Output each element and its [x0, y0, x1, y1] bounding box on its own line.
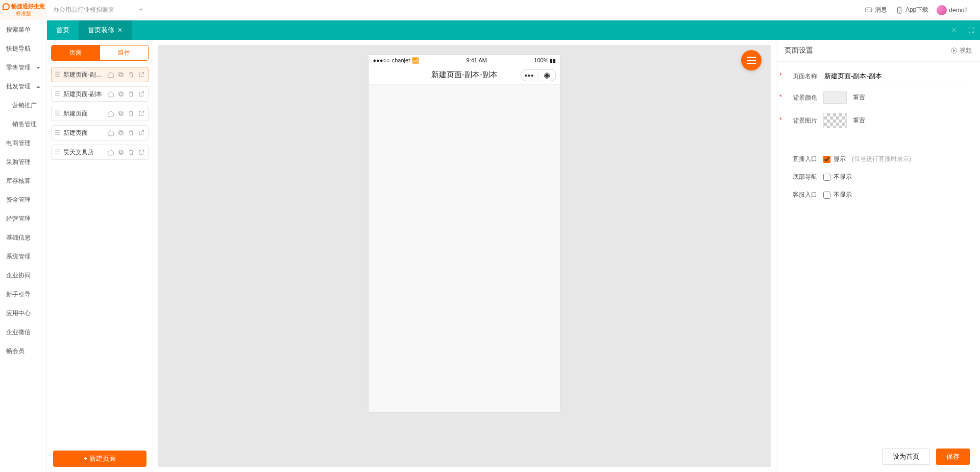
top-bar: 畅捷通好生意 标准版 办公用品行业模拟账套 消息 App下载 demo2 — [0, 0, 980, 20]
nav-item[interactable]: 库存核算 — [0, 172, 46, 191]
nav-item[interactable]: 零售管理 — [0, 58, 46, 77]
external-icon[interactable] — [138, 71, 145, 78]
hamburger-icon — [747, 60, 756, 61]
delete-icon[interactable] — [128, 110, 135, 117]
drag-icon[interactable]: ☰ — [55, 71, 60, 78]
fullscreen-button[interactable] — [963, 20, 980, 40]
nav-item[interactable]: 快捷导航 — [0, 39, 46, 58]
copy-icon[interactable] — [117, 90, 125, 98]
page-row[interactable]: ☰新建页面 — [51, 106, 149, 121]
bottomnav-checkbox[interactable]: 不显示 — [823, 173, 852, 181]
nav-item[interactable]: 批发管理 — [0, 77, 46, 96]
bgimg-reset[interactable]: 重置 — [853, 116, 865, 125]
cs-checkbox[interactable]: 不显示 — [823, 191, 852, 199]
lbl-cs: 客服入口 — [785, 191, 817, 199]
page-name-input[interactable] — [823, 70, 972, 82]
battery-block: 100% ▮▮ — [534, 57, 556, 64]
page-list: ☰新建页面-副本...☰新建页面-副本☰新建页面☰新建页面☰昊天文具店 — [51, 67, 149, 160]
nav-item[interactable]: 基础信息 — [0, 228, 46, 247]
props-title: 页面设置 — [785, 46, 813, 55]
segment-component[interactable]: 组件 — [100, 45, 149, 60]
copy-icon[interactable] — [117, 110, 125, 117]
home-icon[interactable] — [107, 149, 114, 156]
external-icon[interactable] — [138, 149, 145, 156]
user-menu[interactable]: demo2 — [937, 5, 968, 15]
work-area: 页面 组件 ☰新建页面-副本...☰新建页面-副本☰新建页面☰新建页面☰昊天文具… — [47, 40, 980, 472]
tab-home[interactable]: 首页 — [47, 20, 79, 40]
external-icon[interactable] — [138, 90, 145, 98]
phone-preview: ●●●○○ chanjet 📶 9:41 AM 100% ▮▮ 新建页面-副本-… — [369, 55, 560, 412]
bgcolor-reset[interactable]: 重置 — [853, 93, 865, 102]
more-icon[interactable]: ••• — [521, 71, 538, 80]
nav-item[interactable]: 畅会员 — [0, 342, 46, 361]
nav-item[interactable]: 采购管理 — [0, 153, 46, 172]
close-icon[interactable]: ✕ — [117, 27, 122, 34]
brand-edition: 标准版 — [16, 10, 31, 17]
avatar — [937, 5, 947, 15]
video-link[interactable]: 视频 — [950, 46, 972, 55]
set-home-button[interactable]: 设为首页 — [882, 449, 930, 465]
new-page-button[interactable]: + 新建页面 — [53, 451, 146, 467]
tab-strip: 首页 首页装修✕ — [47, 20, 980, 40]
props-form: 页面名称 背景颜色重置 背景图片重置 直播入口显示(仅当进行直播时展示) 底部导… — [776, 62, 980, 207]
wifi-icon: 📶 — [412, 57, 419, 64]
page-row[interactable]: ☰新建页面-副本 — [51, 86, 149, 102]
nav-item[interactable]: 营销推广 — [0, 96, 46, 115]
canvas-menu-fab[interactable] — [741, 50, 762, 70]
page-row[interactable]: ☰新建页面-副本... — [51, 67, 149, 82]
target-icon[interactable]: ◉ — [538, 70, 556, 80]
page-row[interactable]: ☰新建页面 — [51, 125, 149, 140]
nav-item[interactable]: 系统管理 — [0, 247, 46, 266]
nav-item[interactable]: 新手引导 — [0, 285, 46, 304]
delete-icon[interactable] — [128, 90, 135, 98]
phone-icon — [895, 6, 903, 14]
copy-icon[interactable] — [117, 149, 125, 156]
home-icon[interactable] — [107, 129, 114, 136]
props-footer: 设为首页 保存 — [776, 441, 980, 472]
segment-control: 页面 组件 — [51, 45, 149, 61]
segment-page[interactable]: 页面 — [52, 45, 100, 60]
live-hint: (仅当进行直播时展示) — [852, 155, 911, 163]
bgcolor-swatch[interactable] — [823, 91, 847, 104]
nav-item[interactable]: 资金管理 — [0, 191, 46, 209]
external-icon[interactable] — [138, 129, 145, 136]
copy-icon[interactable] — [117, 129, 125, 136]
nav-item[interactable]: 应用中心 — [0, 304, 46, 323]
page-label: 新建页面 — [63, 129, 104, 137]
live-checkbox[interactable]: 显示 — [823, 155, 846, 163]
nav-item[interactable]: 销售管理 — [0, 115, 46, 134]
lbl-bgcolor: 背景颜色 — [785, 93, 817, 102]
tabs-close-button[interactable] — [945, 20, 963, 40]
nav-item[interactable]: 企业协同 — [0, 266, 46, 285]
nav-item[interactable]: 经营管理 — [0, 209, 46, 228]
app-download-link[interactable]: App下载 — [895, 6, 928, 14]
miniapp-capsule[interactable]: ••• ◉ — [521, 69, 556, 81]
save-button[interactable]: 保存 — [936, 449, 970, 465]
home-icon[interactable] — [107, 110, 114, 117]
tab-page-decor[interactable]: 首页装修✕ — [79, 20, 132, 40]
page-label: 新建页面-副本... — [63, 70, 104, 79]
delete-icon[interactable] — [128, 129, 135, 136]
nav-item[interactable]: 企业微信 — [0, 323, 46, 342]
nav-item[interactable]: 电商管理 — [0, 134, 46, 153]
lbl-bottomnav: 底部导航 — [785, 173, 817, 181]
drag-icon[interactable]: ☰ — [55, 149, 60, 156]
phone-body — [369, 85, 560, 412]
nav-item[interactable]: 搜索菜单 — [0, 20, 46, 39]
delete-icon[interactable] — [128, 149, 135, 156]
delete-icon[interactable] — [128, 71, 135, 78]
copy-icon[interactable] — [117, 71, 125, 78]
drag-icon[interactable]: ☰ — [55, 90, 60, 98]
home-icon[interactable] — [107, 71, 114, 78]
messages-link[interactable]: 消息 — [865, 6, 887, 14]
external-icon[interactable] — [138, 110, 145, 117]
left-nav: 搜索菜单快捷导航零售管理批发管理营销推广销售管理电商管理采购管理库存核算资金管理… — [0, 20, 47, 472]
drag-icon[interactable]: ☰ — [55, 110, 60, 117]
phone-title: 新建页面-副本-副本 — [431, 70, 498, 80]
preview-canvas: ●●●○○ chanjet 📶 9:41 AM 100% ▮▮ 新建页面-副本-… — [153, 40, 776, 472]
page-row[interactable]: ☰昊天文具店 — [51, 145, 149, 160]
drag-icon[interactable]: ☰ — [55, 129, 60, 136]
home-icon[interactable] — [107, 90, 114, 98]
bgimg-swatch[interactable] — [823, 113, 847, 128]
org-selector[interactable]: 办公用品行业模拟账套 — [47, 0, 149, 20]
